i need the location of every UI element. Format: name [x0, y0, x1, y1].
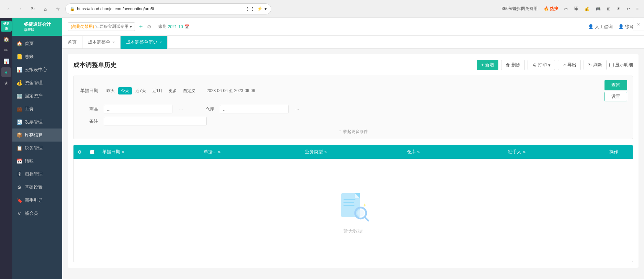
- sidebar-item-funds[interactable]: 💰 资金管理: [12, 76, 62, 89]
- sidebar: 畅捷通好会计 旗舰版 🏠 首页 📒 总账 📊 云报表中心 💰 资金管理: [12, 18, 62, 279]
- search-tool[interactable]: 360智能抠图免费用: [500, 5, 540, 12]
- empty-text: 暂无数据: [343, 228, 363, 234]
- sidebar-item-settings[interactable]: ⚙ 基础设置: [12, 181, 62, 194]
- payroll-icon: 💼: [16, 106, 22, 112]
- date-tab-1month[interactable]: 近1月: [149, 87, 166, 94]
- sidebar-item-reports[interactable]: 📊 云报表中心: [12, 63, 62, 76]
- select-all-checkbox[interactable]: [90, 150, 94, 154]
- show-detail-label: 显示明细: [615, 62, 633, 68]
- delete-button[interactable]: 🗑 删除: [501, 60, 525, 70]
- th-number[interactable]: 单据... ⇅: [200, 149, 301, 155]
- sidebar-item-tax[interactable]: 📋 税务管理: [12, 142, 62, 155]
- sidebar-item-funds-label: 资金管理: [25, 80, 43, 86]
- notes-input[interactable]: [104, 117, 207, 125]
- tab-cost-adjust-history-close[interactable]: ×: [159, 40, 162, 45]
- sidebar-item-inventory[interactable]: 📦 库存核算: [12, 129, 62, 142]
- show-detail-input[interactable]: [609, 63, 614, 67]
- date-tab-more[interactable]: 更多: [166, 87, 180, 94]
- game-tool[interactable]: 🎮: [594, 6, 603, 12]
- th-date-label: 单据日期: [102, 149, 120, 155]
- home-button[interactable]: ⌂: [41, 4, 50, 14]
- sidebar-item-guide[interactable]: 🔖 新手引导: [12, 194, 62, 207]
- filter-actions: 查询 设置: [605, 80, 627, 101]
- refresh-button[interactable]: ↻: [28, 4, 38, 14]
- warehouse-more-icon[interactable]: ···: [295, 107, 299, 112]
- th-biz-type[interactable]: 业务类型 ⇅: [301, 149, 402, 155]
- tab-cost-adjust-close[interactable]: ×: [112, 40, 115, 45]
- app-edition: 旗舰版: [24, 27, 51, 32]
- service-button[interactable]: 👤 人工咨询: [588, 24, 613, 30]
- tab-cost-adjust[interactable]: 成本调整单 ×: [82, 36, 121, 49]
- collapse-button[interactable]: ⌃ 收起更多条件: [79, 129, 627, 135]
- warehouse-input[interactable]: [220, 105, 289, 113]
- sidebar-nav: 🏠 首页 📒 总账 📊 云报表中心 💰 资金管理 🏢 固定资产 💼 工资: [12, 36, 62, 279]
- sidebar-item-payroll[interactable]: 💼 工资: [12, 102, 62, 115]
- export-button[interactable]: ↗ 导出: [558, 60, 581, 70]
- mini-chart-icon[interactable]: 📊: [1, 56, 11, 66]
- address-bar[interactable]: 🔒 https://cloud.chanjet.com/accounting/u…: [65, 3, 271, 14]
- mini-star-icon[interactable]: ★: [1, 78, 11, 88]
- add-button[interactable]: + 新增: [477, 60, 498, 70]
- th-select-all[interactable]: [86, 150, 98, 154]
- th-handler[interactable]: 经手人 ⇅: [504, 149, 605, 155]
- scissors-tool[interactable]: ✂: [562, 6, 570, 12]
- date-tab-yesterday[interactable]: 昨天: [104, 87, 117, 94]
- mini-edit-icon[interactable]: ✏: [1, 45, 11, 55]
- page-header: 成本调整单历史 + 新增 🗑 删除 🖨 打印 ▾ ↗: [73, 60, 633, 70]
- translate-tool[interactable]: 译: [572, 5, 580, 12]
- sidebar-item-guide-label: 新手引导: [25, 197, 43, 203]
- date-tab-custom[interactable]: 自定义: [180, 87, 198, 94]
- th-handler-label: 经手人: [508, 149, 521, 155]
- sidebar-item-fixed-assets[interactable]: 🏢 固定资产: [12, 89, 62, 102]
- menu-tool[interactable]: ≡: [634, 6, 641, 12]
- th-handler-sort-icon: ⇅: [523, 150, 526, 154]
- content-area: 成本调整单历史 + 新增 🗑 删除 🖨 打印 ▾ ↗: [62, 49, 644, 279]
- th-number-label: 单据...: [204, 149, 216, 155]
- company-select[interactable]: (勿删勿禁用) 江西服宝测试专用 ▾: [68, 22, 135, 31]
- history-tool[interactable]: ↩: [624, 6, 632, 12]
- close-panel-button[interactable]: ×: [633, 18, 644, 31]
- goods-input[interactable]: [104, 105, 172, 113]
- app-name: 畅捷通好会计: [24, 21, 51, 27]
- filter-area: 单据日期 昨天 今天 近7天 近1月 更多 自定义 2023-06-06 至: [73, 76, 633, 139]
- th-gear-button[interactable]: ⚙: [74, 149, 86, 155]
- sidebar-item-inventory-label: 库存核算: [25, 132, 43, 138]
- brightness-tool[interactable]: ☀: [614, 6, 622, 12]
- sidebar-item-member[interactable]: V 畅会员: [12, 207, 62, 220]
- sidebar-item-invoice[interactable]: 🧾 发票管理: [12, 115, 62, 129]
- tab-cost-adjust-history[interactable]: 成本调整单历史 ×: [121, 36, 168, 49]
- bookmark-button[interactable]: ☆: [53, 4, 63, 14]
- date-tab-today[interactable]: 今天: [118, 87, 132, 94]
- sidebar-item-archive[interactable]: 🗄 归档管理: [12, 168, 62, 181]
- empty-illustration: ✦: [336, 186, 370, 224]
- mini-active-icon[interactable]: ●: [1, 67, 11, 77]
- forward-button[interactable]: ›: [16, 4, 25, 14]
- show-detail-checkbox[interactable]: 显示明细: [609, 62, 633, 68]
- delete-icon: 🗑: [506, 63, 510, 68]
- goods-more-icon[interactable]: ···: [179, 107, 183, 112]
- mini-home-icon[interactable]: 🏠: [1, 34, 11, 44]
- hot-search-label[interactable]: 🔥 热搜: [542, 5, 560, 12]
- tabs-bar: 首页 成本调整单 × 成本调整单历史 × ×: [62, 36, 644, 49]
- print-button[interactable]: 🖨 打印 ▾: [528, 60, 555, 70]
- th-warehouse-label: 仓库: [407, 149, 416, 155]
- svg-rect-3: [343, 199, 355, 200]
- add-company-icon[interactable]: +: [139, 23, 143, 30]
- filter-settings-button[interactable]: 设置: [605, 92, 627, 101]
- th-warehouse[interactable]: 仓库 ⇅: [403, 149, 504, 155]
- tab-home[interactable]: 首页: [62, 36, 82, 49]
- window-tool[interactable]: ⊞: [605, 6, 612, 12]
- query-button[interactable]: 查询: [605, 80, 627, 90]
- back-button[interactable]: ‹: [3, 4, 13, 14]
- sidebar-item-home[interactable]: 🏠 首页: [12, 37, 62, 50]
- settings-icon: ⚙: [16, 185, 22, 190]
- coin-tool[interactable]: 💰: [582, 6, 591, 12]
- settings-company-icon[interactable]: ⚙: [147, 24, 151, 30]
- sidebar-item-ledger[interactable]: 📒 总账: [12, 50, 62, 63]
- date-tab-7days[interactable]: 近7天: [133, 87, 149, 94]
- period-calendar-icon[interactable]: 📅: [184, 24, 190, 29]
- sidebar-item-close-period[interactable]: 📅 结账: [12, 155, 62, 168]
- svg-line-7: [364, 217, 368, 221]
- refresh-button[interactable]: ↻ 刷新: [584, 60, 607, 70]
- th-date[interactable]: 单据日期 ⇅: [98, 149, 200, 155]
